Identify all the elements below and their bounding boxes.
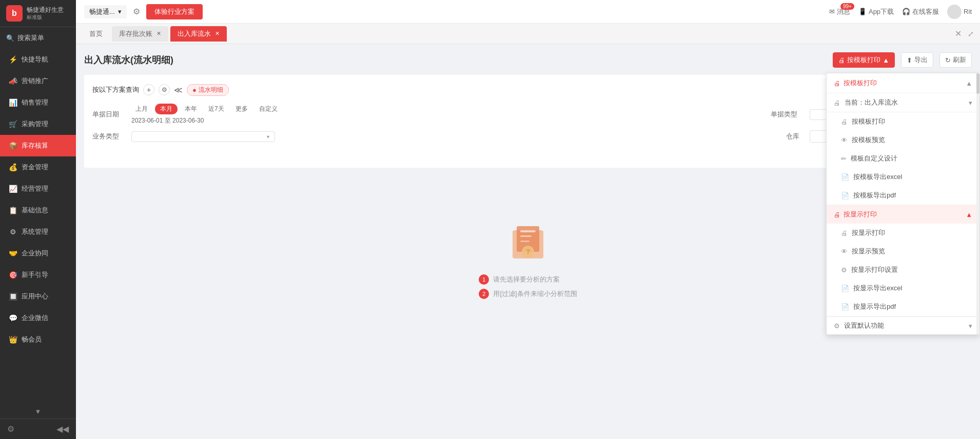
tab-home-label: 首页 xyxy=(89,29,103,38)
dropdown-display-preview[interactable]: 👁 按显示预览 xyxy=(827,242,979,261)
sidebar-item-sales[interactable]: 📊 销售管理 xyxy=(0,92,76,113)
page-actions: 🖨 按模板打印 ▲ ⬆ 导出 ↻ 刷新 xyxy=(833,52,972,68)
sidebar-item-quick-nav[interactable]: ⚡ 快捷导航 xyxy=(0,49,76,70)
dropdown-current[interactable]: 🖨 当前：出入库流水 ▾ xyxy=(827,93,979,112)
step-2-text: 用[过滤]条件来缩小分析范围 xyxy=(493,289,577,298)
sidebar-item-label: 企业微信 xyxy=(22,313,48,323)
settings-bottom-icon[interactable]: ⚙ xyxy=(7,424,14,434)
dropdown-template-preview[interactable]: 👁 按模板预览 xyxy=(827,131,979,149)
dropdown-scrollbar-thumb[interactable] xyxy=(976,73,979,94)
eye-icon: 👁 xyxy=(841,136,848,144)
sidebar-item-guide[interactable]: 🎯 新手引导 xyxy=(0,264,76,286)
dropdown-template-pdf[interactable]: 📄 按模板导出pdf xyxy=(827,186,979,205)
tab-bar-expand-icon[interactable]: ⤢ xyxy=(968,30,974,38)
sidebar-item-label: 营销推广 xyxy=(22,76,48,86)
phone-icon: 📱 xyxy=(858,8,867,15)
sidebar-search-area[interactable]: 🔍 搜索菜单 xyxy=(0,27,76,49)
tab-bar-close-icon[interactable]: ✕ xyxy=(955,29,962,38)
user-avatar-area[interactable]: Rit xyxy=(947,5,972,19)
search-menu-label: 搜索菜单 xyxy=(17,33,44,43)
template-section: 🖨 按模板打印 👁 按模板预览 ✏ 模板自定义设计 📄 按模板导出excel xyxy=(827,112,979,205)
sidebar-item-appstore[interactable]: 🔲 应用中心 xyxy=(0,286,76,307)
refresh-label: 刷新 xyxy=(953,55,966,65)
app-download-btn[interactable]: 📱 App下载 xyxy=(858,7,894,16)
dropdown-template-design[interactable]: ✏ 模板自定义设计 xyxy=(827,149,979,168)
header-right: ✉ 消息 99+ 📱 App下载 🎧 在线客服 Rit xyxy=(829,5,972,19)
date-shortcut-custom[interactable]: 自定义 xyxy=(255,104,282,114)
display-section-icon: 🖨 xyxy=(834,211,840,218)
sidebar-item-cooperation[interactable]: 🤝 企业协同 xyxy=(0,243,76,264)
dropdown-template-print[interactable]: 🖨 按模板打印 xyxy=(827,112,979,131)
display-section-arrow[interactable]: ▲ xyxy=(966,211,972,218)
company-name: 畅捷通好生意 xyxy=(27,6,64,14)
user-name: Rit xyxy=(964,8,972,15)
sidebar-item-wechat[interactable]: 💬 企业微信 xyxy=(0,307,76,329)
sidebar-item-member[interactable]: 👑 畅会员 xyxy=(0,329,76,350)
filter-settings-btn[interactable]: ⚙ xyxy=(159,84,170,95)
business-type-label: 业务类型 xyxy=(92,132,123,141)
date-label: 单据日期 xyxy=(92,110,123,119)
template-print-btn[interactable]: 🖨 按模板打印 ▲ xyxy=(833,52,895,68)
filter-add-btn[interactable]: + xyxy=(143,84,154,95)
search-menu-button[interactable]: 🔍 搜索菜单 xyxy=(6,31,70,45)
export-label: 导出 xyxy=(914,55,928,65)
sidebar-item-basic[interactable]: 📋 基础信息 xyxy=(0,199,76,221)
display-pdf-label: 按显示导出pdf xyxy=(853,302,896,311)
default-func-icon: ⚙ xyxy=(834,322,840,330)
template-print-arrow: ▲ xyxy=(883,56,889,64)
sidebar-scroll-down[interactable]: ▼ xyxy=(0,405,76,418)
dropdown-scrollbar-track[interactable] xyxy=(976,73,979,334)
collapse-sidebar-icon[interactable]: ◀◀ xyxy=(56,424,69,434)
date-shortcut-7days[interactable]: 近7天 xyxy=(204,104,228,114)
appstore-icon: 🔲 xyxy=(8,292,17,301)
dropdown-display-excel[interactable]: 📄 按显示导出excel xyxy=(827,279,979,297)
sidebar-item-finance[interactable]: 💰 资金管理 xyxy=(0,156,76,178)
date-shortcut-more[interactable]: 更多 xyxy=(231,104,252,114)
sidebar-item-label: 经营管理 xyxy=(22,184,48,193)
export-icon: ⬆ xyxy=(907,56,912,64)
refresh-btn[interactable]: ↻ 刷新 xyxy=(939,52,972,68)
dropdown-display-settings[interactable]: ⚙ 按显示打印设置 xyxy=(827,261,979,279)
header-settings-icon[interactable]: ⚙ xyxy=(133,7,140,16)
dropdown-display-pdf[interactable]: 📄 按显示导出pdf xyxy=(827,297,979,316)
filter-tag-label: 流水明细 xyxy=(199,86,223,94)
sidebar-item-system[interactable]: ⚙ 系统管理 xyxy=(0,221,76,243)
sidebar-item-marketing[interactable]: 📣 营销推广 xyxy=(0,70,76,92)
wechat-icon: 💬 xyxy=(8,313,17,323)
user-selector[interactable]: 畅捷通... ▾ xyxy=(84,5,127,18)
template-design-label: 模板自定义设计 xyxy=(851,154,897,163)
tab-home[interactable]: 首页 xyxy=(82,26,110,42)
dropdown-display-print[interactable]: 🖨 按显示打印 xyxy=(827,224,979,242)
industry-btn[interactable]: 体验行业方案 xyxy=(146,4,203,19)
purchase-icon: 🛒 xyxy=(8,119,17,129)
sidebar-item-inventory[interactable]: 📦 库存核算 xyxy=(0,135,76,156)
filter-tag[interactable]: ● 流水明细 xyxy=(187,84,229,96)
online-service-btn[interactable]: 🎧 在线客服 xyxy=(902,7,939,16)
display-section-header[interactable]: 🖨 按显示打印 ▲ xyxy=(827,205,979,224)
sidebar-item-purchase[interactable]: 🛒 采购管理 xyxy=(0,113,76,135)
dropdown-close-arrow[interactable]: ▲ xyxy=(966,79,972,87)
date-shortcut-last-month[interactable]: 上月 xyxy=(131,104,152,114)
filter-collapse-arrow[interactable]: ≪ xyxy=(174,85,183,95)
svg-rect-4 xyxy=(520,241,530,242)
dropdown-default-func[interactable]: ⚙ 设置默认功能 ▾ xyxy=(827,316,979,334)
svg-rect-2 xyxy=(520,230,536,232)
excel-icon-2: 📄 xyxy=(841,285,849,292)
tab-stock-flow-close[interactable]: ✕ xyxy=(215,30,220,37)
dropdown-template-excel[interactable]: 📄 按模板导出excel xyxy=(827,168,979,186)
notifications-btn[interactable]: ✉ 消息 99+ xyxy=(829,7,850,16)
business-type-select[interactable]: ▾ xyxy=(131,131,275,142)
sidebar-nav: ⚡ 快捷导航 📣 营销推广 📊 销售管理 🛒 采购管理 📦 库存核算 💰 xyxy=(0,49,76,405)
date-shortcut-this-year[interactable]: 本年 xyxy=(181,104,201,114)
export-btn[interactable]: ⬆ 导出 xyxy=(901,52,933,68)
page-header: 出入库流水(流水明细) 🖨 按模板打印 ▲ ⬆ 导出 ↻ 刷新 xyxy=(84,52,972,68)
tab-batch-account[interactable]: 库存批次账 ✕ xyxy=(112,26,168,42)
template-preview-label: 按模板预览 xyxy=(852,135,885,145)
tab-stock-flow[interactable]: 出入库流水 ✕ xyxy=(170,26,227,42)
tab-batch-account-close[interactable]: ✕ xyxy=(156,30,161,37)
date-shortcut-this-month[interactable]: 本月 xyxy=(155,104,178,114)
sidebar-item-label: 销售管理 xyxy=(22,98,48,107)
sidebar: b 畅捷通好生意 标准版 🔍 搜索菜单 ⚡ 快捷导航 📣 营销推广 xyxy=(0,0,76,439)
sidebar-item-operation[interactable]: 📈 经营管理 xyxy=(0,178,76,199)
dropdown-panel: 🖨 按模板打印 ▲ 🖨 当前：出入库流水 ▾ 🖨 xyxy=(826,73,980,335)
